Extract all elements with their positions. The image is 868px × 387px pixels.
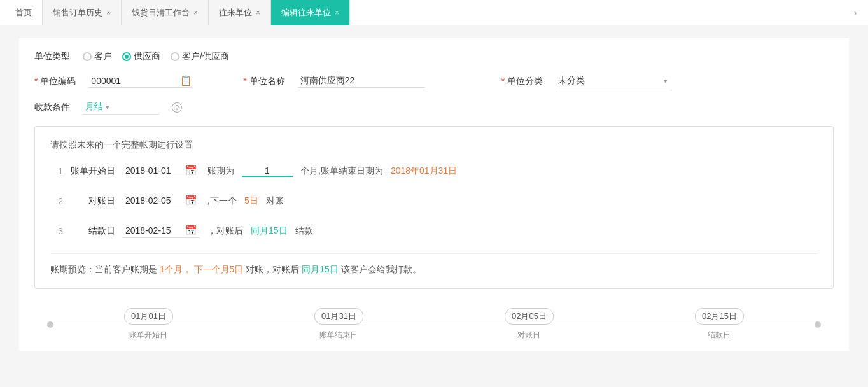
timeline-label-4: 结款日	[708, 330, 731, 341]
timeline-point-4: 02月15日 结款日	[695, 308, 744, 341]
timeline-label-1: 账单开始日	[129, 330, 167, 341]
row-field-1: 账单开始日	[71, 165, 115, 177]
timeline-badge-1: 01月01日	[124, 308, 173, 325]
payment-terms-row: 收款条件 月结 ▾ ?	[34, 100, 834, 115]
preview-section: 账期预览：当前客户账期是 1个月， 下一个月5日 对账，对账后 同月15日 该客…	[50, 253, 818, 276]
row-num-3: 3	[50, 226, 63, 236]
unit-name-label: 单位名称	[243, 76, 284, 87]
unit-name-input[interactable]	[298, 74, 425, 88]
unit-type-label: 单位类型	[34, 51, 70, 62]
payment-terms-select[interactable]: 月结 ▾	[83, 100, 159, 115]
timeline-wrapper: 01月01日 账单开始日 01月31日 账单结束日 02月05日 对账日 02月…	[34, 308, 834, 341]
question-icon[interactable]: ?	[172, 102, 182, 113]
setting-box: 请按照未来的一个完整帐期进行设置 1 账单开始日 📅 账期为 个月,账单结束日期…	[34, 126, 834, 289]
radio-customer-circle	[83, 52, 92, 61]
unit-code-icon[interactable]: 📋	[180, 75, 192, 87]
radio-supplier-label: 供应商	[134, 51, 160, 62]
tab-edit-partner[interactable]: 编辑往来单位 ×	[271, 0, 350, 25]
radio-customer[interactable]: 客户	[83, 51, 112, 62]
tab-partners[interactable]: 往来单位 ×	[209, 0, 271, 25]
tab-partners-label: 往来单位	[219, 7, 252, 18]
timeline-badge-4: 02月15日	[695, 308, 744, 325]
preview-part1: 1个月，	[160, 264, 192, 274]
tab-cash-work-label: 钱货日清工作台	[132, 7, 190, 18]
preview-suffix: 该客户会给我打款。	[341, 264, 421, 274]
unit-code-label: 单位编码	[34, 76, 76, 87]
payment-terms-label: 收款条件	[34, 102, 70, 113]
row-field-2: 对账日	[71, 195, 115, 207]
unit-code-field: 📋	[88, 74, 192, 88]
tab-sales-history[interactable]: 销售订单历史 ×	[43, 0, 122, 25]
preview-middle: 对账，对账后	[246, 264, 299, 274]
period-end-date: 2018年01月31日	[391, 165, 457, 177]
timeline-point-1: 01月01日 账单开始日	[124, 308, 173, 341]
tab-edit-partner-close[interactable]: ×	[335, 8, 339, 17]
timeline-point-2: 01月31日 账单结束日	[314, 308, 363, 341]
payment-desc-prefix: ，对账后	[207, 225, 243, 237]
payment-terms-chevron: ▾	[106, 103, 109, 111]
start-date-cal-icon[interactable]: 📅	[185, 165, 197, 176]
period-value-input[interactable]	[242, 165, 293, 177]
start-date-field[interactable]	[125, 165, 183, 176]
setting-row-1: 1 账单开始日 📅 账期为 个月,账单结束日期为 2018年01月31日	[50, 164, 818, 178]
timeline-end-dot	[815, 321, 821, 328]
timeline-row: 01月01日 账单开始日 01月31日 账单结束日 02月05日 对账日 02月…	[47, 308, 821, 341]
radio-both-label: 客户/供应商	[182, 51, 229, 62]
radio-group-unit-type: 客户 供应商 客户/供应商	[83, 51, 229, 62]
timeline-point-3: 02月05日 对账日	[505, 308, 554, 341]
payment-date-input: 📅	[123, 223, 200, 238]
setting-row-3: 3 结款日 📅 ，对账后 同月15日 结款	[50, 223, 818, 238]
timeline-badge-3: 02月05日	[505, 308, 554, 325]
setting-title: 请按照未来的一个完整帐期进行设置	[50, 139, 818, 151]
timeline-points: 01月01日 账单开始日 01月31日 账单结束日 02月05日 对账日 02月…	[53, 308, 815, 341]
timeline-start-dot	[47, 321, 53, 328]
form-section: 单位类型 客户 供应商 客户/供应商 单位编码	[19, 38, 849, 351]
tab-home[interactable]: 首页	[5, 0, 43, 25]
tabs-arrow[interactable]: ›	[848, 8, 863, 18]
payment-terms-value: 月结	[85, 101, 103, 113]
row-field-3: 结款日	[71, 225, 115, 237]
radio-both[interactable]: 客户/供应商	[171, 51, 229, 62]
unit-classify-value: 未分类	[558, 75, 585, 87]
period-label: 账期为	[207, 165, 234, 177]
tab-sales-history-close[interactable]: ×	[106, 8, 111, 17]
reconcile-date-field[interactable]	[125, 195, 183, 206]
timeline-badge-2: 01月31日	[314, 308, 363, 325]
radio-supplier[interactable]: 供应商	[122, 51, 160, 62]
tab-partners-close[interactable]: ×	[256, 8, 260, 17]
payment-date-field[interactable]	[125, 225, 183, 236]
preview-part3: 同月15日	[302, 264, 339, 274]
tab-sales-history-label: 销售订单历史	[53, 7, 102, 18]
tab-cash-work-close[interactable]: ×	[193, 8, 198, 17]
unit-classify-chevron: ▾	[664, 77, 668, 85]
tabs-bar: 首页 销售订单历史 × 钱货日清工作台 × 往来单位 × 编辑往来单位 × ›	[0, 0, 868, 25]
reconcile-date-input: 📅	[123, 194, 200, 208]
timeline-label-2: 账单结束日	[319, 330, 358, 341]
unit-code-input[interactable]	[88, 74, 178, 87]
unit-type-row: 单位类型 客户 供应商 客户/供应商	[34, 51, 834, 62]
setting-row-2: 2 对账日 📅 ,下一个 5日 对账	[50, 194, 818, 208]
reconcile-date-cal-icon[interactable]: 📅	[185, 195, 197, 206]
preview-part2: 下一个月5日	[194, 264, 244, 274]
row-num-1: 1	[50, 166, 63, 176]
payment-date-cal-icon[interactable]: 📅	[185, 225, 197, 236]
radio-both-circle	[171, 52, 179, 61]
unit-classify-select[interactable]: 未分类 ▾	[556, 74, 670, 88]
unit-classify-label: 单位分类	[501, 76, 543, 87]
tab-cash-work[interactable]: 钱货日清工作台 ×	[122, 0, 209, 25]
reconcile-desc-prefix: ,下一个	[207, 195, 237, 207]
reconcile-highlight: 5日	[244, 195, 258, 207]
main-content: 单位类型 客户 供应商 客户/供应商 单位编码	[0, 25, 868, 387]
unit-info-row: 单位编码 📋 单位名称 单位分类 未分类 ▾	[34, 74, 834, 88]
reconcile-desc-suffix: 对账	[266, 195, 284, 207]
row-num-2: 2	[50, 196, 63, 206]
payment-desc-suffix: 结款	[295, 225, 313, 237]
tab-edit-partner-label: 编辑往来单位	[281, 7, 331, 18]
tab-home-label: 首页	[15, 7, 32, 18]
radio-supplier-circle	[122, 52, 131, 61]
radio-customer-label: 客户	[94, 51, 112, 62]
start-date-input: 📅	[123, 164, 200, 178]
timeline-label-3: 对账日	[517, 330, 540, 341]
payment-highlight: 同月15日	[251, 225, 288, 237]
preview-prefix: 账期预览：当前客户账期是	[50, 264, 157, 274]
